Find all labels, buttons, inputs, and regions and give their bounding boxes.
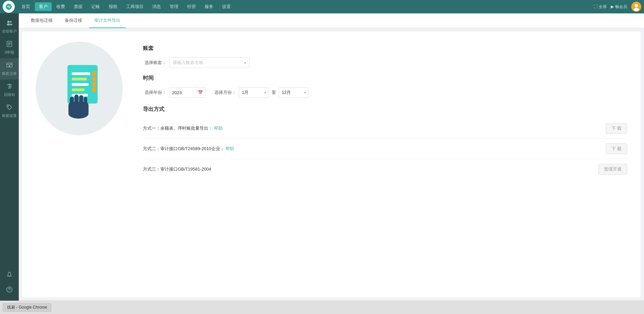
month-from-value: 1月 — [242, 89, 249, 96]
sidebar-bottom — [0, 268, 19, 301]
svg-rect-38 — [84, 97, 87, 104]
svg-point-18 — [8, 106, 9, 107]
nav-bookkeep[interactable]: 记账 — [87, 2, 104, 11]
fullscreen-button[interactable]: ⛶ 全屏 — [593, 4, 607, 10]
export-method-2-help-link[interactable]: 帮助 — [225, 146, 234, 151]
svg-point-4 — [10, 21, 12, 23]
sidebar-label-all-clients: 全部客户 — [2, 29, 17, 34]
svg-point-29 — [92, 71, 97, 76]
svg-rect-37 — [79, 95, 83, 104]
month-label: 选择月份： — [213, 89, 236, 96]
svg-point-5 — [7, 23, 10, 25]
tag-settings-icon — [6, 104, 13, 112]
calendar-icon: 📅 — [198, 90, 203, 95]
export-method-1-download-button[interactable]: 下 载 — [606, 123, 627, 134]
nav-manage[interactable]: 管理 — [166, 2, 182, 11]
nav-home[interactable]: 首页 — [17, 2, 34, 11]
export-section: 导出方式 方式一：余额表、序时账批量导出： 帮助 下 载 方式二：审计接口GB/… — [143, 106, 627, 179]
all-clients-icon — [6, 19, 13, 28]
month-from-select[interactable]: 1月 ▾ — [239, 87, 269, 98]
svg-rect-27 — [72, 88, 85, 91]
account-select-chevron-icon: ▾ — [244, 61, 246, 65]
sub-tabs: 数据包迁移 备份迁移 审计文件导出 — [19, 13, 644, 28]
play-icon: ▶ — [611, 4, 614, 9]
month-to-select[interactable]: 12月 ▾ — [279, 87, 309, 98]
account-placeholder: 请输入账套名称 — [173, 60, 203, 66]
tab-audit-export[interactable]: 审计文件导出 — [89, 13, 126, 28]
year-label: 选择年份： — [143, 89, 166, 96]
export-method-2-download-button[interactable]: 下 载 — [606, 143, 627, 154]
nav-settings[interactable]: 设置 — [218, 2, 235, 11]
top-navigation: 首页 客户 收费 票据 记账 报税 工商项目 消息 管理 经营 服务 设置 ⛶ … — [0, 0, 644, 13]
nav-client[interactable]: 客户 — [35, 2, 52, 11]
sidebar-label-tag-settings: 标签设置 — [2, 113, 17, 118]
month-to-value: 12月 — [282, 89, 291, 96]
nav-message[interactable]: 消息 — [148, 2, 165, 11]
year-input[interactable]: 2023 📅 — [169, 87, 206, 98]
notify-icon — [6, 271, 13, 279]
export-method-2-label: 方式二：审计接口GB/T24589-2010企业： 帮助 — [143, 146, 234, 152]
sidebar-item-all-clients[interactable]: 全部客户 — [0, 16, 19, 37]
export-method-3-label: 方式三：审计接口GB/T19581-2004 — [143, 166, 211, 172]
time-section-title: 时间 — [143, 75, 627, 82]
svg-point-2 — [634, 8, 639, 11]
svg-rect-35 — [70, 97, 74, 104]
account-select-row: 选择账套： 请输入账套名称 ▾ — [143, 57, 627, 68]
svg-point-13 — [9, 66, 10, 67]
sidebar-notify[interactable] — [0, 268, 19, 283]
export-method-3-row: 方式三：审计接口GB/T19581-2004 暂缓开通 — [143, 159, 627, 179]
year-value: 2023 — [172, 90, 182, 95]
tab-backup-migrate[interactable]: 备份迁移 — [59, 13, 88, 28]
fullscreen-icon: ⛶ — [593, 4, 597, 9]
nav-bizproject[interactable]: 工商项目 — [122, 2, 148, 11]
app-logo — [3, 1, 15, 13]
account-migrate-icon — [6, 62, 13, 70]
zero-report-icon — [6, 41, 13, 49]
svg-rect-24 — [72, 72, 90, 75]
page-content: 账套 选择账套： 请输入账套名称 ▾ 时间 选择年 — [22, 32, 641, 297]
sidebar-label-recycle: 回收站 — [4, 92, 15, 97]
svg-rect-25 — [72, 78, 87, 80]
tab-data-migrate[interactable]: 数据包迁移 — [25, 13, 58, 28]
svg-point-32 — [92, 87, 97, 92]
help-icon — [6, 286, 13, 295]
nav-fee[interactable]: 收费 — [52, 2, 69, 11]
export-method-1-label: 方式一：余额表、序时账批量导出： 帮助 — [143, 125, 223, 131]
sidebar-label-zero-report: 0申报 — [5, 50, 14, 55]
sidebar-help[interactable] — [0, 283, 19, 298]
svg-point-3 — [7, 21, 10, 23]
taskbar-chrome-item[interactable]: 线索 - Google Chrome — [3, 303, 51, 312]
sidebar-label-account-migrate: 账套迁移 — [2, 71, 17, 76]
illustration — [36, 42, 123, 135]
sidebar: 全部客户 0申报 账套迁移 — [0, 13, 19, 301]
month-to-chevron-icon: ▾ — [304, 91, 306, 95]
nav-tax[interactable]: 报税 — [105, 2, 121, 11]
svg-rect-26 — [72, 83, 89, 86]
sidebar-item-zero-report[interactable]: 0申报 — [0, 37, 19, 58]
time-section: 时间 选择年份： 2023 📅 选择月份： 1月 ▾ — [143, 75, 627, 98]
nav-service[interactable]: 服务 — [201, 2, 217, 11]
export-method-2-row: 方式二：审计接口GB/T24589-2010企业： 帮助 下 载 — [143, 139, 627, 159]
account-section: 账套 选择账套： 请输入账套名称 ▾ — [143, 45, 627, 68]
account-section-title: 账套 — [143, 45, 627, 52]
sidebar-item-tag-settings[interactable]: 标签设置 — [0, 101, 19, 122]
main-layout: 全部客户 0申报 账套迁移 — [0, 13, 644, 301]
nav-operate[interactable]: 经营 — [183, 2, 200, 11]
nav-invoice[interactable]: 票据 — [70, 2, 87, 11]
sidebar-item-recycle[interactable]: 回收站 — [0, 79, 19, 101]
sidebar-item-account-migrate[interactable]: 账套迁移 — [0, 58, 19, 79]
nav-items: 首页 客户 收费 票据 记账 报税 工商项目 消息 管理 经营 服务 设置 — [17, 2, 593, 11]
form-right: 账套 选择账套： 请输入账套名称 ▾ 时间 选择年 — [143, 42, 627, 179]
export-method-1-row: 方式一：余额表、序时账批量导出： 帮助 下 载 — [143, 118, 627, 139]
account-select-input[interactable]: 请输入账套名称 ▾ — [169, 57, 250, 68]
export-method-1-help-link[interactable]: 帮助 — [214, 126, 223, 131]
svg-point-31 — [92, 82, 97, 87]
svg-point-22 — [9, 291, 10, 291]
svg-point-30 — [92, 77, 97, 81]
member-button[interactable]: ▶ 畅会员 — [611, 4, 627, 10]
avatar[interactable] — [631, 2, 641, 12]
export-method-3-open-button[interactable]: 暂缓开通 — [598, 164, 627, 175]
taskbar: 线索 - Google Chrome — [0, 301, 644, 314]
to-text: 至 — [272, 89, 276, 96]
time-row: 选择年份： 2023 📅 选择月份： 1月 ▾ 至 — [143, 87, 627, 98]
